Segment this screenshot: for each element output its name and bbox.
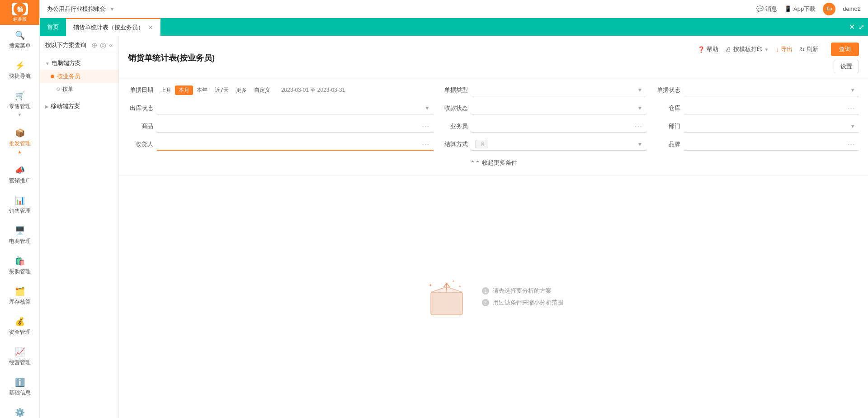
date-range: 2023-03-01 至 2023-03-31 — [281, 86, 345, 94]
app-download-icon: 📱 — [784, 5, 792, 12]
settlement-control[interactable]: ✕ ▼ — [472, 138, 646, 151]
tab-minimize-icon[interactable]: ✕ — [849, 23, 855, 31]
date-tab-this-year[interactable]: 本年 — [193, 86, 211, 95]
tab-close-btn[interactable]: ✕ — [148, 24, 153, 31]
settlement-tag-remove[interactable]: ✕ — [480, 141, 485, 147]
mobile-scheme-group-title[interactable]: ▶ 移动端方案 — [40, 100, 118, 113]
wholesale-icon: 📦 — [15, 128, 25, 138]
tab-sales-stats[interactable]: 销货单统计表（按业务员） ✕ — [66, 18, 160, 36]
out-status-control[interactable]: ▼ — [157, 102, 434, 114]
tab-sales-stats-label: 销货单统计表（按业务员） — [73, 24, 144, 32]
sidebar-item-label-purchase: 采购管理 — [9, 268, 31, 276]
top-bar: 办公用品行业模拟账套 ▼ 💬 消息 📱 App下载 Ea demo2 — [40, 0, 868, 18]
set-button[interactable]: 设置 — [834, 60, 859, 73]
sidebar-item-basic[interactable]: ℹ️ 基础信息 — [0, 372, 39, 402]
page-header-actions: ❓ 帮助 🖨 按模板打印 ▼ ↓ 导出 — [698, 43, 859, 73]
print-icon: 🖨 — [726, 46, 731, 53]
logo-icon: 畅 — [12, 3, 28, 15]
empty-illustration: ✦ ✦ ✦ 1 请先选择要分析的方案 2 — [424, 274, 563, 319]
sidebar-item-marketing[interactable]: 📣 营销推广 — [0, 160, 39, 190]
export-btn[interactable]: ↓ 导出 — [776, 45, 793, 53]
tip-2-text: 用过滤条件来缩小分析范围 — [493, 299, 563, 307]
date-tab-custom[interactable]: 自定义 — [250, 86, 274, 95]
user-avatar[interactable]: Ea — [823, 3, 835, 15]
warehouse-control[interactable]: ··· — [684, 102, 859, 114]
sidebar-item-label-operation: 经营管理 — [9, 359, 31, 366]
date-tab-more[interactable]: 更多 — [232, 86, 250, 95]
sales-icon: 📊 — [15, 195, 25, 205]
sidebar-item-label-search: 搜索菜单 — [9, 42, 31, 50]
filter-area: 单据日期 上月 本月 本年 近7天 更多 自定义 2023-03-01 至 20… — [119, 78, 868, 176]
desktop-expand-icon: ▼ — [45, 61, 50, 66]
sidebar: 畅 标准版 🔍 搜索菜单 ⚡ 快捷导航 🛒 零售管理 ▼ 📦 批发管理 — [0, 0, 40, 418]
template-print-dropdown-icon: ▼ — [764, 47, 769, 52]
filter-item-receiver: 收货人 ··· — [128, 138, 434, 151]
sidebar-item-retail[interactable]: 🛒 零售管理 ▼ — [0, 86, 39, 123]
receipt-status-control[interactable]: ▼ — [472, 102, 646, 114]
empty-tips: 1 请先选择要分析的方案 2 用过滤条件来缩小分析范围 — [482, 287, 563, 307]
date-tab-last-month[interactable]: 上月 — [157, 86, 175, 95]
edit-scheme-icon[interactable]: ◎ — [100, 41, 106, 49]
sidebar-item-label-finance: 资金管理 — [9, 328, 31, 336]
mobile-scheme-label: 移动端方案 — [51, 102, 80, 110]
sidebar-item-search[interactable]: 🔍 搜索菜单 — [0, 25, 39, 55]
help-label: 帮助 — [707, 45, 718, 53]
brand-control[interactable]: ··· — [684, 138, 859, 151]
receiver-control[interactable]: ··· — [157, 138, 434, 151]
sidebar-item-inventory[interactable]: 🗂️ 库存核算 — [0, 281, 39, 311]
sidebar-item-sales[interactable]: 📊 销售管理 — [0, 190, 39, 220]
tip-2-num: 2 — [482, 299, 489, 306]
filter-item-settlement: 结算方式 ✕ ▼ — [443, 138, 646, 151]
filter-item-goods: 商品 ··· — [128, 120, 434, 133]
receipt-status-label: 收款状态 — [443, 104, 468, 112]
date-tab-this-month[interactable]: 本月 — [175, 86, 193, 95]
desktop-scheme-group-title[interactable]: ▼ 电脑端方案 — [40, 57, 118, 70]
date-tabs: 上月 本月 本年 近7天 更多 自定义 — [157, 86, 274, 95]
quick-nav-icon: ⚡ — [15, 61, 25, 71]
doc-status-label: 单据状态 — [655, 86, 680, 94]
collapse-label: 收起更多条件 — [482, 159, 517, 167]
sidebar-item-system[interactable]: ⚙️ 系统管理 — [0, 402, 39, 418]
refresh-btn[interactable]: ↻ 刷新 — [800, 45, 818, 53]
scheme-subitem-order[interactable]: ⚙ 按单 — [40, 83, 118, 95]
template-print-btn[interactable]: 🖨 按模板打印 ▼ — [726, 45, 769, 53]
doc-type-control[interactable]: ▼ — [472, 84, 646, 96]
sidebar-item-ecommerce[interactable]: 🖥️ 电商管理 — [0, 220, 39, 251]
sidebar-item-operation[interactable]: 📈 经营管理 — [0, 342, 39, 372]
salesman-dots: ··· — [635, 123, 643, 129]
tip-1-text: 请先选择要分析的方案 — [493, 287, 552, 295]
doc-status-control[interactable]: ▼ — [684, 84, 859, 96]
app-download-label: App下载 — [793, 5, 816, 13]
sidebar-item-finance[interactable]: 💰 资金管理 — [0, 311, 39, 342]
goods-control[interactable]: ··· — [157, 120, 434, 133]
add-scheme-icon[interactable]: ⊕ — [91, 41, 97, 49]
settlement-tag: ✕ — [475, 140, 488, 148]
workspace-selector[interactable]: 办公用品行业模拟账套 ▼ — [47, 5, 115, 13]
tab-maximize-icon[interactable]: ⤢ — [859, 23, 864, 31]
user-name[interactable]: demo2 — [843, 5, 861, 12]
salesman-control[interactable]: ··· — [472, 120, 646, 133]
sidebar-item-quick-nav[interactable]: ⚡ 快捷导航 — [0, 55, 39, 86]
sidebar-item-wholesale[interactable]: 📦 批发管理 ▲ — [0, 123, 39, 160]
date-tab-last-7-days[interactable]: 近7天 — [211, 86, 232, 95]
query-button[interactable]: 查询 — [831, 43, 859, 56]
scheme-item-salesperson[interactable]: 按业务员 — [40, 70, 118, 83]
filter-item-date: 单据日期 上月 本月 本年 近7天 更多 自定义 2023-03-01 至 20… — [128, 86, 434, 95]
sidebar-item-purchase[interactable]: 🛍️ 采购管理 — [0, 251, 39, 281]
dept-caret: ▼ — [850, 123, 855, 129]
collapse-btn[interactable]: ⌃⌃ 收起更多条件 — [470, 156, 517, 170]
message-btn[interactable]: 💬 消息 — [756, 5, 777, 13]
app-download-btn[interactable]: 📱 App下载 — [784, 5, 816, 13]
collapse-panel-icon[interactable]: « — [109, 41, 113, 49]
message-icon: 💬 — [756, 5, 764, 12]
collapse-icon: ⌃⌃ — [470, 160, 480, 166]
sidebar-menu: 🔍 搜索菜单 ⚡ 快捷导航 🛒 零售管理 ▼ 📦 批发管理 ▲ 📣 营销推广 — [0, 25, 39, 418]
tab-home[interactable]: 首页 — [40, 18, 66, 36]
ecommerce-icon: 🖥️ — [15, 226, 25, 236]
out-status-caret: ▼ — [425, 105, 430, 111]
query-set-btns: 查询 设置 — [824, 43, 859, 73]
dept-control[interactable]: ▼ — [684, 120, 859, 133]
sidebar-item-label-basic: 基础信息 — [9, 389, 31, 397]
empty-box-icon: ✦ ✦ ✦ — [424, 274, 469, 319]
help-btn[interactable]: ❓ 帮助 — [698, 45, 718, 53]
